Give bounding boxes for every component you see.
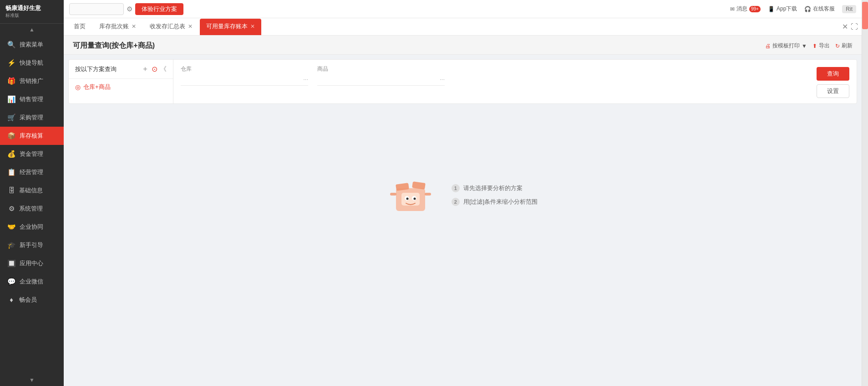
sidebar-item-basic[interactable]: 🗄基础信息 [0,181,64,200]
sidebar-item-finance[interactable]: 💰资金管理 [0,145,64,163]
scroll-down-arrow[interactable]: ▼ [26,376,37,384]
sidebar-scroll-up[interactable]: ▲ [0,24,64,36]
topbar: ⚙ 体验行业方案 ✉ 消息 99+ 📱 App下载 🎧 在线客服 Rit [64,0,862,18]
expand-tabs-icon[interactable]: ⛶ [851,23,858,31]
tip-text-1: 请先选择要分析的方案 [463,184,523,192]
query-sidebar-label: 按以下方案查询 [75,65,117,73]
sidebar-item-cooperation[interactable]: 🤝企业协同 [0,218,64,236]
empty-tip-2: 2 用[过滤]条件来缩小分析范围 [452,198,538,206]
export-button[interactable]: ⬆ 导出 [812,42,830,50]
print-button[interactable]: 🖨 按模板打印 ▼ [765,42,807,50]
sidebar-item-shortcut[interactable]: ⚡快捷导航 [0,54,64,72]
scheme-item-warehouse-product[interactable]: ◎ 仓库+商品 [69,79,173,95]
sidebar-item-label: 系统管理 [19,205,43,213]
right-scrollbar[interactable] [862,0,868,386]
query-area: 按以下方案查询 ＋ ⊙ 《 ◎ 仓库+商品 仓库 [68,59,857,104]
add-scheme-button[interactable]: ＋ [142,64,149,74]
print-icon: 🖨 [765,43,771,49]
warehouse-ellipsis-button[interactable]: ··· [303,76,308,82]
tab-close-summary[interactable]: ✕ [188,23,193,30]
print-dropdown-icon[interactable]: ▼ [802,43,807,49]
scroll-up-arrow[interactable]: ▲ [26,26,37,34]
tab-summary[interactable]: 收发存汇总表✕ [143,19,199,35]
main-content: ⚙ 体验行业方案 ✉ 消息 99+ 📱 App下载 🎧 在线客服 Rit 首 [64,0,862,386]
tip-text-2: 用[过滤]条件来缩小分析范围 [463,198,538,206]
sidebar-item-sales[interactable]: 📊销售管理 [0,90,64,108]
online-service-label: 在线客服 [813,5,835,13]
sidebar-item-purchase[interactable]: 🛒采购管理 [0,108,64,127]
wechat-icon: 💬 [7,278,16,286]
svg-rect-8 [390,193,396,196]
warehouse-input[interactable] [181,75,301,83]
collapse-sidebar-button[interactable]: 《 [160,65,167,73]
sidebar-item-wechat[interactable]: 💬企业微信 [0,273,64,291]
sidebar-item-operation[interactable]: 📋经营管理 [0,163,64,181]
settings-button[interactable]: 设置 [817,84,849,98]
sidebar-item-label: 销售管理 [20,95,43,103]
refresh-icon: ↻ [835,43,840,49]
sidebar-item-label: 采购管理 [20,113,43,122]
refresh-button[interactable]: ↻ 刷新 [835,42,853,50]
topbar-search-input[interactable] [69,3,124,15]
sidebar-item-label: 企业协同 [20,223,43,231]
query-form: 仓库 ··· 商品 ··· 查询 设置 [173,60,857,103]
sidebar-item-label: 快捷导航 [20,59,43,67]
close-all-tabs-button[interactable]: ✕ [842,22,848,31]
tab-available[interactable]: 可用量库存账本✕ [200,19,261,35]
tab-close-batch[interactable]: ✕ [132,23,136,30]
app-download-button[interactable]: 📱 App下载 [768,5,797,13]
gear-icon[interactable]: ⚙ [127,5,132,13]
refresh-label: 刷新 [842,42,853,50]
tab-label-available: 可用量库存账本 [206,22,248,31]
page-title: 可用量查询(按仓库+商品) [73,41,155,51]
trial-button[interactable]: 体验行业方案 [135,3,183,15]
scrollbar-thumb[interactable] [862,2,868,29]
sidebar-item-member[interactable]: ♦畅会员 [0,291,64,309]
tab-batch[interactable]: 库存批次账✕ [93,19,142,35]
tab-label-summary: 收发存汇总表 [150,22,185,31]
svg-point-7 [413,198,416,200]
empty-tip-1: 1 请先选择要分析的方案 [452,184,538,192]
query-sidebar-actions: ＋ ⊙ 《 [142,64,167,74]
query-button[interactable]: 查询 [817,67,849,81]
appstore-icon: 🔲 [7,259,16,268]
sidebar-logo-title: 畅康通好生意 [5,5,58,12]
print-label: 按模板打印 [772,42,800,50]
query-sidebar: 按以下方案查询 ＋ ⊙ 《 ◎ 仓库+商品 [69,60,173,103]
headset-icon: 🎧 [804,6,811,12]
sidebar-item-label: 基础信息 [19,186,43,195]
operation-icon: 📋 [7,168,16,176]
sidebar-item-label: 企业微信 [20,278,43,286]
sidebar: 畅康通好生意 标准版 ▲ 🔍搜索菜单⚡快捷导航🎁营销推广📊销售管理🛒采购管理📦库… [0,0,64,386]
scheme-label: 仓库+商品 [83,83,111,91]
sidebar-item-label: 畅会员 [19,296,37,304]
purchase-icon: 🛒 [7,113,16,122]
sidebar-item-search[interactable]: 🔍搜索菜单 [0,36,64,54]
topbar-left: ⚙ 体验行业方案 [69,3,726,15]
sidebar-item-system[interactable]: ⚙系统管理 [0,200,64,218]
product-input-wrapper: ··· [317,75,445,86]
sidebar-item-inventory[interactable]: 📦库存核算 [0,127,64,145]
page-actions: 🖨 按模板打印 ▼ ⬆ 导出 ↻ 刷新 [765,42,853,50]
cooperation-icon: 🤝 [7,223,16,231]
product-field-label: 商品 [317,65,445,73]
user-avatar[interactable]: Rit [842,5,856,13]
warehouse-field: 仓库 ··· [181,65,308,86]
sidebar-item-marketing[interactable]: 🎁营销推广 [0,72,64,90]
phone-icon: 📱 [768,6,775,12]
scheme-settings-button[interactable]: ⊙ [152,65,157,73]
tab-label-batch: 库存批次账 [99,22,129,31]
online-service-button[interactable]: 🎧 在线客服 [804,5,835,13]
message-button[interactable]: ✉ 消息 99+ [730,5,761,13]
sidebar-item-newbie[interactable]: 🎓新手引导 [0,236,64,254]
svg-rect-9 [425,193,431,196]
tab-close-available[interactable]: ✕ [250,23,255,30]
tab-label-home: 首页 [74,22,86,31]
sidebar-item-appstore[interactable]: 🔲应用中心 [0,254,64,273]
tip-num-1: 1 [452,184,460,192]
topbar-right: ✉ 消息 99+ 📱 App下载 🎧 在线客服 Rit [730,5,856,13]
product-ellipsis-button[interactable]: ··· [440,76,445,82]
sidebar-scroll-down[interactable]: ▼ [0,374,64,386]
product-input[interactable] [317,75,438,83]
tab-home[interactable]: 首页 [67,19,92,35]
